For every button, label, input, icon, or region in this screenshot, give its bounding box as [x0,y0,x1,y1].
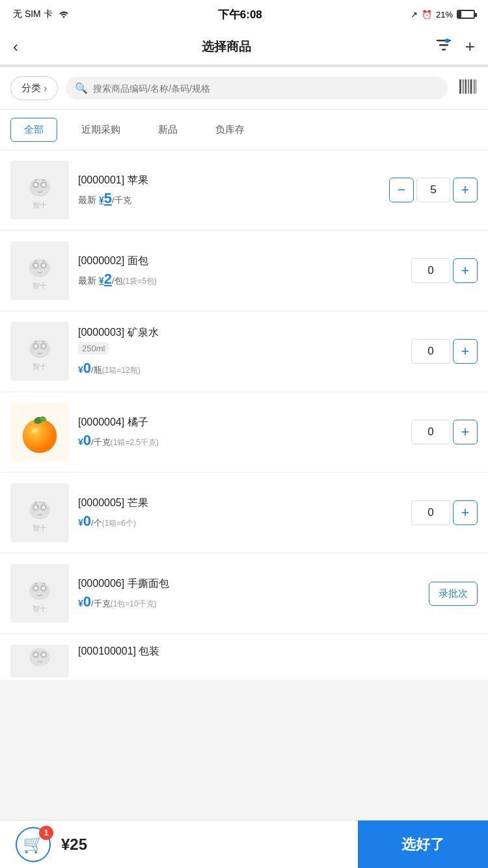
tab-recent[interactable]: 近期采购 [68,118,134,142]
tab-all[interactable]: 全部 [10,118,57,142]
qty-input[interactable] [411,339,450,364]
category-chevron: › [44,83,47,94]
product-image-0000004 [10,403,69,461]
product-price: ¥0/千克(1包=10千克) [78,593,420,610]
product-info-partial: [000100001] 包装 [78,645,478,661]
svg-point-46 [34,653,38,657]
add-icon[interactable]: + [465,36,475,57]
product-info-0000005: [0000005] 芒果 ¥0/个(1箱=6个) [78,496,402,530]
price-value: 0 [83,513,91,529]
status-bar: 无 SIM 卡 下午6:08 ↗ ⏰ 21% [0,0,488,29]
cart-total: ¥25 [61,835,87,854]
price-yen: ¥ [78,364,83,375]
price-yen: ¥ [78,517,83,528]
qty-input[interactable] [411,258,450,283]
product-price: ¥0/瓶(1箱=12瓶) [78,360,402,377]
price-value: 0 [83,593,91,610]
batch-button[interactable]: 录批次 [429,582,478,606]
svg-point-12 [29,178,50,197]
svg-rect-7 [465,79,467,94]
barcode-icon[interactable] [458,78,478,99]
svg-rect-8 [468,79,469,94]
price-unit: /瓶 [91,365,102,375]
qty-plus-button[interactable]: + [453,258,478,283]
product-list: 智十 [0000001] 苹果 最新 ¥5/千克 − + [0,150,488,728]
price-note: (1袋=5包) [123,277,157,286]
product-item: 智十 [0000006] 手撕面包 ¥0/千克(1包=10千克) 录批次 [0,554,488,633]
filter-bar: 分类 › 🔍 [0,67,488,110]
qty-plus-button[interactable]: + [453,178,478,202]
price-unit: /千克 [112,195,131,205]
product-spec: 250ml [78,342,109,355]
price-note: (1箱=12瓶) [102,366,141,375]
product-price: 最新 ¥5/千克 [78,190,380,207]
svg-rect-1 [439,44,448,46]
price-note: (1箱=2.5千克) [111,438,159,447]
product-image-0000002: 智十 [10,241,69,300]
nav-bar: ‹ 选择商品 + [0,29,488,65]
category-label: 分类 [21,82,41,94]
wifi-icon [58,9,70,20]
product-name: [0000006] 手撕面包 [78,577,420,591]
product-info-0000006: [0000006] 手撕面包 ¥0/千克(1包=10千克) [78,577,420,610]
qty-input[interactable] [411,500,450,525]
price-unit: /包 [112,276,123,286]
qty-minus-button[interactable]: − [389,178,414,202]
price-value: 5 [104,190,112,206]
price-value: 0 [83,432,91,448]
qty-plus-button[interactable]: + [453,339,478,364]
filter-icon[interactable] [435,38,452,56]
svg-point-38 [29,582,50,600]
product-item: [0000004] 橘子 ¥0/千克(1箱=2.5千克) + [0,392,488,472]
tab-negative[interactable]: 负库存 [202,118,258,142]
qty-plus-button[interactable]: + [453,420,478,444]
svg-point-17 [29,259,50,277]
qty-control-0000005: + [411,500,478,525]
svg-rect-6 [463,79,464,94]
qty-control-0000003: + [411,339,478,364]
battery-icon [457,10,475,19]
price-note: (1包=10千克) [111,599,157,608]
price-yen: ¥ [99,275,104,286]
product-name: [0000002] 面包 [78,254,402,268]
search-bar: 🔍 [66,77,448,100]
svg-rect-9 [470,79,472,94]
product-name: [0000003] 矿泉水 [78,326,402,340]
product-price: ¥0/个(1箱=6个) [78,513,402,530]
back-button[interactable]: ‹ [13,38,18,56]
price-value: 2 [104,271,112,287]
search-input[interactable] [93,83,439,94]
category-button[interactable]: 分类 › [10,76,58,100]
svg-point-25 [34,344,38,347]
price-unit: /千克 [91,437,111,447]
price-yen: ¥ [99,195,104,205]
status-left: 无 SIM 卡 [13,8,70,20]
svg-point-15 [34,183,38,186]
svg-point-26 [42,344,46,347]
product-price: ¥0/千克(1箱=2.5千克) [78,432,402,449]
svg-rect-5 [459,79,461,94]
qty-input[interactable] [416,178,450,202]
qty-control-0000004: + [411,420,478,444]
price-yen: ¥ [78,598,83,608]
bottom-bar: 🛒 1 ¥25 选好了 [0,820,488,868]
carrier-label: 无 SIM 卡 [13,8,53,20]
svg-point-42 [42,586,46,590]
svg-point-41 [34,586,38,590]
qty-input[interactable] [411,420,450,444]
product-item: 智十 [0000003] 矿泉水 250ml ¥0/瓶(1箱=12瓶) + [0,312,488,391]
alarm-icon: ⏰ [422,10,432,20]
product-image-0000001: 智十 [10,161,69,219]
confirm-button[interactable]: 选好了 [358,821,488,869]
price-yen: ¥ [78,437,83,447]
product-info-0000004: [0000004] 橘子 ¥0/千克(1箱=2.5千克) [78,416,402,449]
svg-point-33 [29,501,50,519]
qty-control-0000002: + [411,258,478,283]
qty-plus-button[interactable]: + [453,500,478,525]
product-info-0000003: [0000003] 矿泉水 250ml ¥0/瓶(1箱=12瓶) [78,326,402,377]
cart-button[interactable]: 🛒 1 [16,827,51,862]
tab-new[interactable]: 新品 [144,118,191,142]
svg-rect-2 [442,49,446,51]
product-item: 智十 [0000001] 苹果 最新 ¥5/千克 − + [0,150,488,230]
svg-point-22 [29,340,50,358]
